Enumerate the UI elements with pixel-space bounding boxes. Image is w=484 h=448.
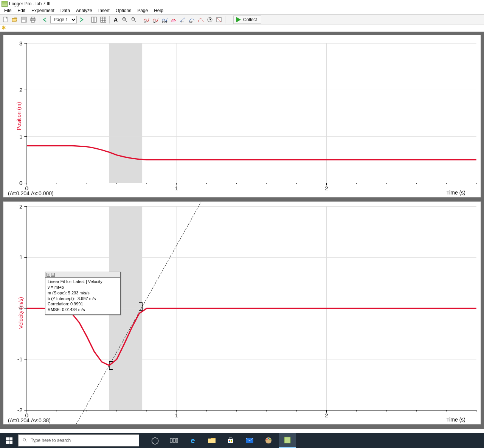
- print-icon[interactable]: [29, 16, 37, 24]
- svg-text:-2: -2: [17, 407, 23, 413]
- tangent-icon[interactable]: M=: [151, 16, 160, 24]
- loggerpro-task-icon[interactable]: [279, 433, 296, 448]
- explorer-icon[interactable]: [203, 433, 220, 448]
- table-icon[interactable]: [99, 16, 107, 24]
- next-page-icon[interactable]: [78, 16, 86, 24]
- position-chart[interactable]: 0120123: [3, 35, 481, 197]
- menu-insert[interactable]: Insert: [96, 8, 112, 14]
- menu-experiment[interactable]: Experiment: [29, 8, 57, 14]
- svg-rect-106: [208, 439, 216, 443]
- app-title: Logger Pro - lab 7 III: [9, 1, 50, 6]
- fitbox-equation: v = mt+b: [48, 285, 118, 290]
- star-icon[interactable]: ✱: [2, 25, 6, 31]
- secondary-bar: ✱: [0, 25, 484, 32]
- paint-icon[interactable]: [260, 433, 277, 448]
- fitbox-body: Linear Fit for: Latest | Velocity v = mt…: [45, 278, 120, 314]
- examine-icon[interactable]: X=: [142, 16, 150, 24]
- svg-text:1: 1: [175, 185, 178, 191]
- svg-rect-6: [92, 17, 94, 22]
- menu-page[interactable]: Page: [135, 8, 150, 14]
- zoom-in-icon[interactable]: [121, 16, 129, 24]
- search-placeholder: Type here to search: [31, 438, 71, 443]
- edge-icon[interactable]: e: [185, 433, 201, 448]
- svg-rect-109: [231, 440, 232, 441]
- velocity-graph-panel[interactable]: Velocity (m/s) 012-2-1012 Time (s) (Δt:0…: [3, 201, 481, 425]
- taskbar-icons: ◯ e: [147, 433, 296, 448]
- data-collection-icon[interactable]: [206, 16, 214, 24]
- save-icon[interactable]: [20, 16, 28, 24]
- windows-icon: [6, 437, 12, 444]
- collect-button[interactable]: Collect: [233, 16, 261, 24]
- fitbox-rmse: RMSE: 0.01434 m/s: [48, 307, 118, 313]
- menu-options[interactable]: Options: [113, 8, 134, 14]
- menu-data[interactable]: Data: [58, 8, 73, 14]
- svg-text:1: 1: [175, 412, 178, 418]
- collect-label: Collect: [243, 17, 257, 22]
- svg-text:2: 2: [19, 203, 23, 209]
- new-icon[interactable]: [2, 16, 10, 24]
- svg-point-115: [268, 438, 269, 439]
- play-icon: [236, 17, 241, 22]
- svg-text:-1: -1: [17, 356, 23, 362]
- fitbox-slope: m (Slope): 5.233 m/s/s: [48, 290, 118, 296]
- linear-fit-box[interactable]: × – Linear Fit for: Latest | Velocity v …: [45, 272, 121, 315]
- cortana-icon[interactable]: ◯: [147, 433, 163, 448]
- svg-text:0: 0: [19, 305, 23, 311]
- svg-text:1: 1: [19, 254, 23, 260]
- position-xlabel[interactable]: Time (s): [446, 190, 465, 196]
- taskbar-search[interactable]: Type here to search: [18, 434, 139, 446]
- menu-help[interactable]: Help: [151, 8, 166, 14]
- svg-point-116: [270, 439, 271, 440]
- taskbar: Type here to search ◯ e: [0, 433, 484, 448]
- svg-rect-8: [101, 17, 106, 22]
- curve-fit-icon[interactable]: f(x)=: [188, 16, 196, 24]
- fitbox-intercept: b (Y-Intercept): -3.997 m/s: [48, 296, 118, 302]
- svg-rect-103: [170, 439, 172, 442]
- strike-icon[interactable]: [215, 16, 223, 24]
- svg-text:2: 2: [325, 185, 328, 191]
- svg-text:3: 3: [19, 40, 23, 47]
- svg-text:M=: M=: [154, 21, 157, 23]
- stats-icon[interactable]: STAT: [160, 16, 169, 24]
- linear-fit-icon[interactable]: R=: [178, 16, 187, 24]
- autoscale-icon[interactable]: A: [112, 16, 120, 24]
- toolbar: Page 1 A X= M= STAT R= f(x)= Collect: [0, 14, 484, 25]
- start-button[interactable]: [0, 433, 18, 448]
- svg-rect-104: [173, 439, 175, 442]
- menubar: File Edit Experiment Data Analyze Insert…: [0, 8, 484, 14]
- menu-file[interactable]: File: [2, 8, 14, 14]
- taskview-icon[interactable]: [166, 433, 182, 448]
- prev-page-icon[interactable]: [41, 16, 50, 24]
- zoom-out-icon[interactable]: [130, 16, 138, 24]
- svg-point-102: [23, 439, 26, 441]
- svg-rect-110: [229, 441, 230, 442]
- svg-text:0: 0: [19, 180, 23, 186]
- svg-text:2: 2: [325, 412, 328, 418]
- menu-analyze[interactable]: Analyze: [73, 8, 95, 14]
- svg-text:STAT: STAT: [162, 21, 168, 23]
- page-select[interactable]: Page 1: [50, 16, 77, 23]
- svg-rect-18: [109, 43, 142, 183]
- svg-rect-117: [284, 437, 290, 443]
- mail-icon[interactable]: [241, 433, 258, 448]
- fitbox-close-icon[interactable]: ×: [47, 273, 50, 277]
- search-icon: [22, 438, 28, 443]
- titlebar: Logger Pro - lab 7 III: [0, 0, 484, 8]
- position-graph-panel[interactable]: Position (m) 0120123 Time (s) (Δt:0.204 …: [3, 35, 481, 198]
- workspace: Static and Kinetic Friction - Part II Po…: [0, 32, 484, 429]
- fitbox-min-icon[interactable]: –: [51, 273, 55, 277]
- store-icon[interactable]: [222, 433, 239, 448]
- integral-icon[interactable]: [169, 16, 178, 24]
- app-icon: [2, 1, 8, 7]
- svg-rect-2: [22, 20, 25, 22]
- fitbox-title: Linear Fit for: Latest | Velocity: [48, 279, 118, 285]
- velocity-xlabel[interactable]: Time (s): [446, 417, 465, 423]
- svg-text:X=: X=: [144, 21, 147, 23]
- model-icon[interactable]: [197, 16, 205, 24]
- open-icon[interactable]: [11, 16, 19, 24]
- data-browser-icon[interactable]: [90, 16, 98, 24]
- svg-text:1: 1: [19, 133, 23, 140]
- svg-text:R=: R=: [181, 21, 184, 23]
- svg-point-114: [267, 439, 268, 440]
- menu-edit[interactable]: Edit: [15, 8, 28, 14]
